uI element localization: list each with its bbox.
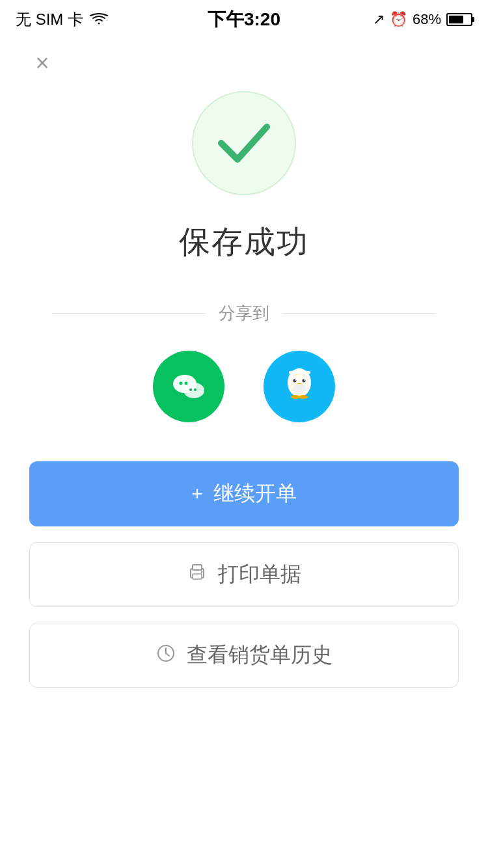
- share-section: 分享到: [0, 302, 488, 422]
- divider-right: [282, 313, 436, 314]
- svg-point-2: [179, 381, 182, 385]
- divider-left: [52, 313, 206, 314]
- svg-point-13: [295, 379, 296, 381]
- status-right: ↗ ⏰ 68%: [373, 11, 472, 28]
- svg-point-4: [189, 388, 192, 391]
- svg-rect-20: [305, 371, 310, 374]
- action-buttons: + 继续开单 打印单据: [29, 461, 459, 688]
- printer-icon: [187, 562, 208, 588]
- svg-rect-23: [193, 574, 202, 579]
- main-content: 保存成功 分享到: [0, 39, 488, 688]
- status-bar: 无 SIM 卡 下午3:20 ↗ ⏰ 68%: [0, 0, 488, 39]
- battery-icon: [446, 13, 472, 26]
- close-button[interactable]: ×: [26, 47, 59, 79]
- share-label: 分享到: [219, 302, 269, 325]
- print-button[interactable]: 打印单据: [29, 542, 459, 607]
- continue-button[interactable]: + 继续开单: [29, 461, 459, 526]
- svg-point-17: [291, 395, 300, 399]
- svg-point-1: [183, 383, 204, 398]
- svg-point-11: [293, 379, 296, 383]
- svg-rect-22: [193, 565, 202, 570]
- svg-point-24: [201, 571, 203, 573]
- wifi-icon: [90, 13, 108, 26]
- close-icon: ×: [35, 51, 49, 75]
- wechat-share-button[interactable]: [153, 351, 224, 422]
- location-icon: ↗: [373, 11, 385, 28]
- share-divider: 分享到: [0, 302, 488, 325]
- svg-point-3: [184, 381, 187, 385]
- svg-point-12: [302, 379, 305, 383]
- success-circle: [192, 91, 296, 195]
- svg-point-5: [194, 388, 197, 391]
- continue-label: 继续开单: [213, 480, 297, 508]
- sim-status: 无 SIM 卡: [16, 9, 83, 30]
- print-label: 打印单据: [218, 560, 301, 589]
- svg-line-27: [166, 653, 169, 656]
- plus-icon: +: [191, 483, 203, 505]
- status-left: 无 SIM 卡: [16, 9, 108, 30]
- history-label: 查看销货单历史: [187, 641, 332, 670]
- svg-point-14: [304, 379, 305, 381]
- share-icons: [153, 351, 335, 422]
- qq-share-button[interactable]: [264, 351, 335, 422]
- svg-rect-19: [289, 371, 294, 374]
- checkmark-icon: [215, 117, 273, 169]
- qq-logo: [278, 364, 321, 409]
- history-button[interactable]: 查看销货单历史: [29, 623, 459, 688]
- clock-icon: [156, 643, 176, 668]
- success-title: 保存成功: [179, 221, 309, 263]
- status-time: 下午3:20: [208, 7, 280, 32]
- svg-point-16: [292, 384, 306, 394]
- battery-percent: 68%: [413, 11, 441, 28]
- svg-point-18: [299, 395, 308, 399]
- alarm-icon: ⏰: [390, 11, 407, 28]
- wechat-logo: [168, 366, 210, 408]
